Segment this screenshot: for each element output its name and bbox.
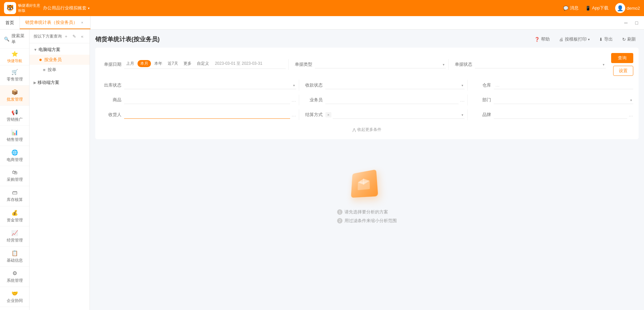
doc-type-select[interactable]	[315, 60, 446, 68]
system-icon: ⚙	[12, 270, 17, 276]
settlement-tag: ×	[325, 112, 331, 117]
sub-sidebar-add-btn[interactable]: +	[63, 33, 69, 40]
receipt-status-select-wrap: ▾	[325, 81, 465, 89]
department-select[interactable]	[494, 96, 633, 104]
scheme-group-pc-header[interactable]: ▼ 电脑端方案	[30, 45, 90, 55]
out-status-select[interactable]	[124, 81, 296, 89]
btn-this-month[interactable]: 本月	[138, 60, 151, 67]
btn-custom[interactable]: 自定义	[195, 60, 211, 67]
sub-sidebar-collapse-btn[interactable]: «	[79, 33, 86, 40]
tab-maximize-btn[interactable]: □	[632, 18, 641, 28]
scheme-group-mobile-header[interactable]: ▶ 移动端方案	[30, 78, 90, 88]
scheme-item-by-order[interactable]: ≡ 按单	[30, 65, 90, 75]
wholesale-icon: 📦	[11, 89, 18, 95]
print-btn[interactable]: 🖨 按模板打印 ▾	[556, 35, 592, 44]
brand-control: …	[494, 111, 633, 119]
search-menu-btn[interactable]: 🔍 搜索菜单	[0, 30, 29, 49]
user-area[interactable]: 👤 demo2	[615, 3, 640, 13]
tab-close-icon[interactable]: ×	[79, 20, 85, 25]
scheme-group-mobile: ▶ 移动端方案	[30, 76, 90, 89]
doc-status-select-wrap: ▾	[475, 60, 606, 68]
print-icon: 🖨	[559, 37, 564, 42]
sidebar-item-wholesale[interactable]: 📦 批发管理	[0, 86, 29, 106]
warehouse-input[interactable]	[494, 81, 633, 89]
product-dots-icon[interactable]: …	[291, 97, 296, 103]
btn-last7[interactable]: 近7天	[166, 60, 180, 67]
empty-tip-2: 2 用过滤条件来缩小分析范围	[337, 218, 397, 224]
logo-icon: 🐯	[4, 2, 16, 14]
logo-area[interactable]: 🐯 畅捷通好生意 标版	[4, 2, 40, 14]
consignee-control: …	[124, 111, 296, 119]
filter-row-3: 商品 … 业务员 …	[101, 95, 633, 105]
empty-box-icon	[351, 169, 378, 198]
sidebar-item-finance[interactable]: 💰 资金管理	[0, 206, 29, 226]
divider-5	[299, 95, 299, 105]
btn-more[interactable]: 更多	[181, 60, 194, 67]
consignee-input[interactable]	[124, 111, 290, 119]
doc-status-select[interactable]	[475, 60, 606, 68]
settlement-tag-close-icon[interactable]: ×	[327, 113, 329, 117]
consignee-dots-icon[interactable]: …	[291, 112, 296, 117]
app-download-btn[interactable]: 📱 App下载	[585, 5, 608, 11]
collapse-scheme-icon: «	[81, 34, 83, 39]
box-svg	[356, 175, 372, 193]
salesperson-input[interactable]	[325, 96, 459, 104]
export-btn[interactable]: ⬇ 导出	[596, 35, 615, 44]
sidebar-item-inventory[interactable]: 🗃 库存核算	[0, 186, 29, 206]
btn-prev-month[interactable]: 上月	[124, 60, 136, 67]
receipt-status-select[interactable]	[325, 81, 465, 89]
sidebar-item-system[interactable]: ⚙ 系统管理	[0, 267, 29, 287]
marketing-icon: 📢	[11, 109, 18, 115]
search-btn[interactable]: 查询	[611, 53, 633, 63]
sub-layout: 按以下方案查询 + ✎ « ▼	[30, 30, 644, 310]
salesperson-dots-icon[interactable]: …	[460, 97, 465, 103]
sidebar-item-sales[interactable]: 📊 销售管理	[0, 126, 29, 146]
warehouse-control	[494, 81, 633, 89]
product-label: 商品	[101, 97, 124, 103]
btn-this-year[interactable]: 本年	[152, 60, 164, 67]
filter-doc-type-item: 单据类型 ▾	[291, 59, 446, 70]
sidebar-item-marketing[interactable]: 📢 营销推广	[0, 106, 29, 126]
filter-brand-item: 品牌 …	[470, 109, 633, 120]
brand-dots-icon[interactable]: …	[629, 112, 633, 117]
refresh-btn[interactable]: ↻ 刷新	[620, 35, 639, 44]
divider-4	[467, 80, 468, 91]
brand-input[interactable]	[494, 111, 627, 119]
sidebar-item-operations[interactable]: 📈 经营管理	[0, 226, 29, 247]
sub-sidebar-header: 按以下方案查询 + ✎ «	[30, 30, 90, 43]
inventory-icon: 🗃	[12, 190, 17, 196]
date-range-ctrl: 上月 本月 本年 近7天 更多 自定义 2023-03-01 至 2023-03…	[124, 60, 286, 69]
sidebar-item-ecommerce[interactable]: 🌐 电商管理	[0, 146, 29, 166]
sidebar-item-newbie[interactable]: 🎯 新手引导	[0, 307, 29, 310]
setting-btn[interactable]: 设置	[613, 66, 633, 76]
action-buttons: 查询 设置	[611, 53, 633, 76]
main-content: 销货单统计表(按业务员) ❓ 帮助 🖨 按模板打印 ▾ ⬇	[90, 30, 644, 310]
tab-home[interactable]: 首页	[0, 16, 20, 29]
product-input[interactable]	[124, 96, 290, 104]
sidebar-item-quick-nav[interactable]: ⭐ 快捷导航	[0, 49, 29, 65]
top-nav-left: 🐯 畅捷通好生意 标版 办公用品行业模拟账套 ▾	[4, 2, 90, 14]
sidebar-item-enterprise[interactable]: 🤝 企业协同	[0, 287, 29, 307]
sidebar-item-retail[interactable]: 🛒 零售管理	[0, 65, 29, 86]
collapse-btn[interactable]: ⋀ 收起更多条件	[348, 125, 385, 134]
tip-1-num: 1	[337, 209, 342, 215]
date-control: 上月 本月 本年 近7天 更多 自定义 2023-03-01 至 2023-03…	[124, 60, 286, 69]
help-btn[interactable]: ❓ 帮助	[532, 35, 552, 44]
sub-sidebar-edit-btn[interactable]: ✎	[71, 33, 77, 40]
collapse-row: ⋀ 收起更多条件	[101, 124, 633, 134]
tab-sales-stat[interactable]: 销货单统计表（按业务员） ×	[20, 16, 91, 29]
salesperson-label: 业务员	[302, 97, 325, 103]
empty-tip-1: 1 请先选择要分析的方案	[337, 209, 397, 215]
sidebar-item-purchase[interactable]: 🛍 采购管理	[0, 166, 29, 186]
scheme-item-by-salesperson[interactable]: ● 按业务员	[30, 55, 90, 65]
divider-8	[467, 109, 468, 120]
divider-7	[299, 109, 299, 120]
filter-row-2: 出库状态 ▾ 收款状态	[101, 80, 633, 91]
message-btn[interactable]: 💬 消息	[563, 5, 579, 11]
sidebar-item-basic[interactable]: 📋 基础信息	[0, 247, 29, 267]
settlement-select[interactable]	[333, 111, 465, 119]
top-nav-title[interactable]: 办公用品行业模拟账套 ▾	[43, 5, 90, 11]
filter-settlement-item: 结算方式 × ▾	[302, 109, 465, 120]
tab-minimize-btn[interactable]: ─	[621, 18, 631, 28]
product-control: …	[124, 96, 296, 104]
